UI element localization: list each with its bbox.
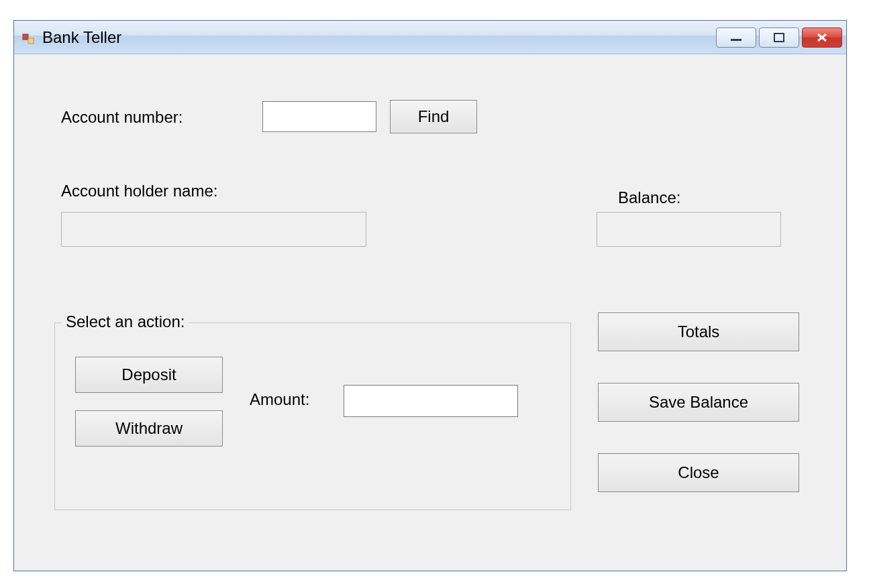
amount-input[interactable] [344, 385, 518, 417]
select-action-legend: Select an action: [62, 312, 189, 331]
svg-rect-0 [23, 34, 28, 40]
account-number-input[interactable] [262, 101, 376, 132]
window-controls [716, 27, 842, 48]
window-title: Bank Teller [42, 28, 716, 47]
balance-label: Balance: [618, 188, 680, 207]
maximize-button[interactable] [759, 27, 799, 48]
titlebar: Bank Teller [14, 21, 846, 54]
svg-rect-3 [774, 34, 784, 42]
account-number-label: Account number: [61, 108, 183, 127]
totals-button[interactable]: Totals [598, 312, 799, 351]
close-window-button[interactable] [802, 27, 842, 48]
client-area: Account number: Find Account holder name… [14, 54, 846, 571]
minimize-button[interactable] [716, 27, 756, 48]
save-balance-button[interactable]: Save Balance [598, 383, 799, 422]
deposit-button[interactable]: Deposit [75, 357, 223, 393]
app-icon [22, 31, 36, 44]
find-button[interactable]: Find [390, 100, 477, 133]
svg-rect-2 [731, 39, 741, 41]
amount-label: Amount: [250, 390, 309, 409]
account-holder-name-field [61, 212, 366, 247]
close-button[interactable]: Close [598, 453, 799, 492]
select-action-group: Select an action: Deposit Withdraw Amoun… [54, 322, 571, 510]
account-holder-name-label: Account holder name: [61, 182, 217, 200]
app-window: Bank Teller Account number: Find Account… [13, 20, 847, 571]
withdraw-button[interactable]: Withdraw [75, 410, 223, 447]
balance-field [597, 212, 781, 247]
svg-rect-1 [28, 38, 34, 44]
